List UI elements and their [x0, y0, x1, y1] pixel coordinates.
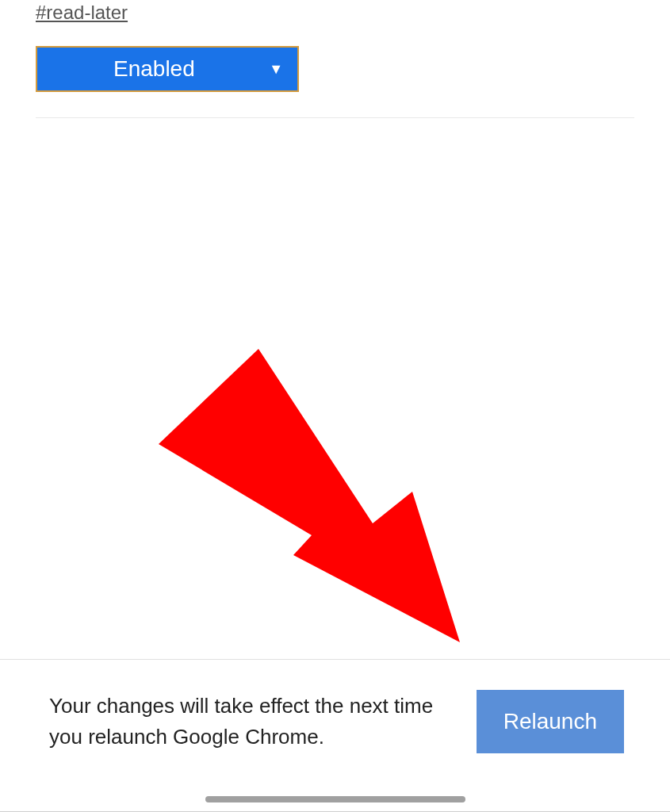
restart-message-text: Your changes will take effect the next t…: [49, 691, 446, 753]
chevron-down-icon: ▼: [269, 61, 283, 78]
flag-hash-link[interactable]: #read-later: [36, 2, 128, 24]
annotation-arrow-icon: [159, 349, 492, 669]
section-divider: [36, 117, 634, 118]
dropdown-selected-value: Enabled: [113, 56, 195, 82]
restart-notice-bar: Your changes will take effect the next t…: [0, 659, 670, 787]
flag-state-dropdown[interactable]: Enabled ▼: [36, 46, 299, 92]
svg-marker-0: [159, 349, 460, 642]
horizontal-scrollbar[interactable]: [205, 796, 465, 802]
relaunch-button[interactable]: Relaunch: [477, 690, 624, 753]
